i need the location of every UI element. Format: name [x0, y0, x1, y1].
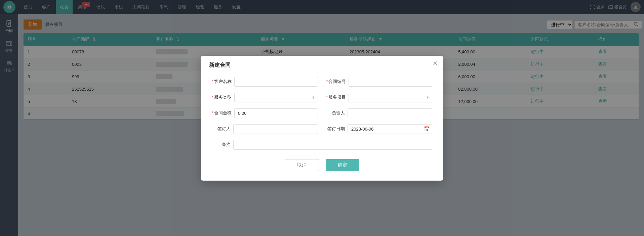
service-item-select[interactable] [349, 93, 432, 102]
service-type-select-wrapper: ▼ [234, 93, 318, 102]
confirm-button[interactable]: 确定 [326, 159, 359, 171]
dialog-body: *客户名称 *合同编号 *服务类型 [201, 74, 443, 150]
remarks-label: 备注 [212, 142, 231, 148]
sign-date-input[interactable] [348, 124, 432, 134]
responsible-label: 负责人 [326, 110, 345, 116]
form-field-client: *客户名称 [212, 77, 318, 87]
contract-no-input[interactable] [349, 77, 432, 87]
form-row-4: 签订人 签订日期 📅 [212, 124, 432, 134]
form-field-amount: *合同金额 [212, 108, 318, 118]
service-item-select-wrapper: ▼ [349, 93, 432, 102]
form-row-5: 备注 [212, 140, 432, 150]
service-item-label: *服务项目 [326, 94, 346, 100]
signatory-input[interactable] [233, 124, 318, 134]
service-type-select[interactable] [234, 93, 318, 102]
form-field-service-item: *服务项目 ▼ [326, 93, 432, 102]
calendar-icon[interactable]: 📅 [424, 126, 430, 132]
amount-label: *合同金额 [212, 110, 232, 116]
form-field-contract-no: *合同编号 [326, 77, 432, 87]
contract-no-label: *合同编号 [326, 79, 346, 85]
service-type-label: *服务类型 [212, 94, 232, 100]
signatory-label: 签订人 [212, 126, 231, 132]
form-row-2: *服务类型 ▼ *服务项目 ▼ [212, 93, 432, 102]
form-row-3: *合同金额 负责人 [212, 108, 432, 118]
form-field-sign-date: 签订日期 📅 [326, 124, 432, 134]
dialog-title: 新建合同 [201, 56, 443, 74]
responsible-input[interactable] [348, 108, 432, 118]
client-name-input[interactable] [234, 77, 318, 87]
form-field-signatory: 签订人 [212, 124, 318, 134]
form-field-service-type: *服务类型 ▼ [212, 93, 318, 102]
remarks-input[interactable] [233, 140, 432, 150]
new-contract-dialog: 新建合同 ✕ *客户名称 *合同编号 [201, 56, 443, 181]
amount-input[interactable] [234, 108, 318, 118]
cancel-button[interactable]: 取消 [285, 159, 319, 171]
modal-overlay: 新建合同 ✕ *客户名称 *合同编号 [0, 0, 644, 236]
form-field-remarks: 备注 [212, 140, 432, 150]
sign-date-wrapper: 📅 [348, 124, 432, 134]
form-row-1: *客户名称 *合同编号 [212, 77, 432, 87]
dialog-close-button[interactable]: ✕ [433, 60, 438, 66]
sign-date-label: 签订日期 [326, 126, 345, 132]
dialog-footer: 取消 确定 [201, 159, 443, 171]
form-field-responsible: 负责人 [326, 108, 432, 118]
client-label: *客户名称 [212, 79, 232, 85]
